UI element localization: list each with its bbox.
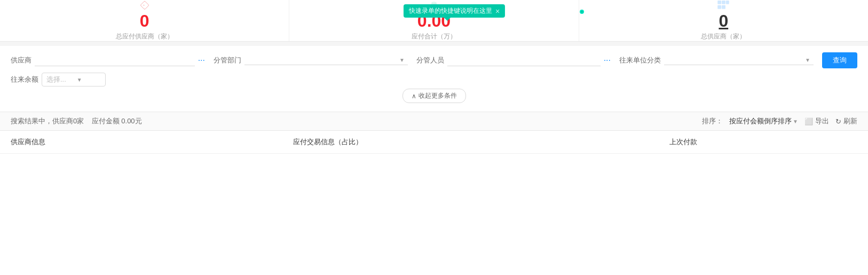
diamond-icon: ♦ <box>132 0 157 11</box>
supplier-input[interactable] <box>35 54 195 66</box>
sort-select[interactable]: 按应付会额倒序排序 ▼ <box>729 116 798 126</box>
total-suppliers-label: 总供应商（家） <box>701 32 746 41</box>
svg-text:♦: ♦ <box>143 4 144 6</box>
filter-row-2: 往来余额 选择... ▼ <box>11 73 857 87</box>
balance-chevron-icon: ▼ <box>77 77 82 83</box>
refresh-button[interactable]: ↻ 刷新 <box>835 116 857 126</box>
export-label: 导出 <box>815 116 829 126</box>
person-dots-button[interactable]: ··· <box>604 56 611 65</box>
person-input[interactable] <box>447 54 601 66</box>
filter-person: 分管人员 ··· <box>416 54 611 66</box>
supplier-dots-button[interactable]: ··· <box>198 56 205 65</box>
refresh-icon: ↻ <box>835 117 841 125</box>
svg-rect-12 <box>718 5 722 9</box>
total-payable-suppliers-label: 总应付供应商（家） <box>116 32 173 41</box>
tooltip-bubble: 快速录单的快捷键说明在这里 × <box>404 4 505 18</box>
filter-department: 分管部门 ▼ <box>214 56 408 65</box>
filter-supplier: 供应商 ··· <box>11 54 205 66</box>
tooltip-text: 快速录单的快捷键说明在这里 <box>409 6 492 15</box>
export-button[interactable]: ⬜ 导出 <box>804 116 829 126</box>
results-summary: 搜索结果中，供应商0家 应付金额 0.00元 <box>11 116 142 126</box>
payable-total-label: 应付合计（万） <box>412 32 456 41</box>
balance-label: 往来余额 <box>11 75 38 84</box>
category-select[interactable]: ▼ <box>664 56 814 65</box>
results-actions: 排序： 按应付会额倒序排序 ▼ ⬜ 导出 ↻ 刷新 <box>702 116 857 126</box>
collapse-row: ∧ 收起更多条件 <box>11 87 857 107</box>
query-button[interactable]: 查询 <box>822 52 857 68</box>
svg-rect-11 <box>726 1 729 4</box>
table-header: 供应商信息 应付交易信息（占比） 上次付款 <box>0 131 868 154</box>
department-label: 分管部门 <box>214 56 241 65</box>
results-amount: 应付金额 0.00元 <box>92 117 142 125</box>
col-supplier-header: 供应商信息 <box>11 137 293 147</box>
svg-rect-10 <box>722 1 725 4</box>
grid-icon <box>711 0 736 10</box>
department-chevron-icon: ▼ <box>399 57 405 63</box>
collapse-icon: ∧ <box>412 92 416 100</box>
svg-rect-0 <box>140 1 149 10</box>
results-supplier-count: 搜索结果中，供应商0家 <box>11 117 84 125</box>
collapse-label: 收起更多条件 <box>419 91 457 100</box>
sort-value: 按应付会额倒序排序 <box>729 116 792 126</box>
table-body <box>0 154 868 275</box>
category-chevron-icon: ▼ <box>805 57 810 63</box>
filter-category: 往来单位分类 ▼ <box>619 56 814 65</box>
collapse-button[interactable]: ∧ 收起更多条件 <box>403 89 466 103</box>
stat-total-suppliers: 0 总供应商（家） <box>579 0 868 41</box>
sort-chevron-icon: ▼ <box>793 119 798 124</box>
sort-label: 排序： <box>702 116 723 126</box>
person-label: 分管人员 <box>416 56 444 65</box>
balance-placeholder: 选择... <box>46 75 66 84</box>
filter-bar: 供应商 ··· 分管部门 ▼ 分管人员 ··· 往来单位分类 ▼ <box>0 46 868 112</box>
stat-payable-total: 快速录单的快捷键说明在这里 × 0.00 应付合计（万） <box>289 0 579 41</box>
col-transaction-header: 应付交易信息（占比） <box>293 137 669 147</box>
balance-select[interactable]: 选择... ▼ <box>42 73 106 87</box>
col-payment-header: 上次付款 <box>669 137 857 147</box>
export-icon: ⬜ <box>804 117 813 125</box>
close-tooltip-button[interactable]: × <box>495 7 500 15</box>
total-suppliers-number: 0 <box>719 11 728 31</box>
svg-rect-13 <box>722 5 725 9</box>
total-payable-suppliers-number: 0 <box>140 11 149 31</box>
refresh-label: 刷新 <box>843 116 857 126</box>
filter-row-1: 供应商 ··· 分管部门 ▼ 分管人员 ··· 往来单位分类 ▼ <box>11 52 857 68</box>
department-select[interactable]: ▼ <box>244 56 408 65</box>
stats-bar: ♦ 0 总应付供应商（家） 快速录单的快捷键说明在这里 × 0.00 应付合计（… <box>0 0 868 42</box>
category-label: 往来单位分类 <box>619 56 661 65</box>
results-bar: 搜索结果中，供应商0家 应付金额 0.00元 排序： 按应付会额倒序排序 ▼ ⬜… <box>0 112 868 131</box>
svg-rect-9 <box>718 1 722 4</box>
filter-balance: 往来余额 选择... ▼ <box>11 73 106 87</box>
supplier-label: 供应商 <box>11 56 31 65</box>
stat-total-payable-suppliers: ♦ 0 总应付供应商（家） <box>0 0 289 41</box>
